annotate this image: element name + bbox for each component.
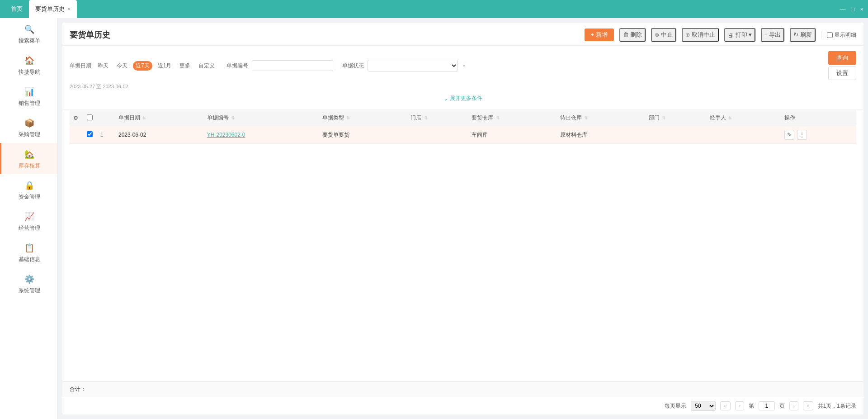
row-doc-no-link[interactable]: YH-20230602-0 (207, 132, 245, 138)
tab-requisition-history[interactable]: 要货单历史 × (29, 0, 77, 18)
row-num: 1 (100, 132, 104, 138)
req-warehouse-sort-icon[interactable]: ⇅ (496, 115, 500, 120)
refresh-button[interactable]: ↻ 刷新 (790, 28, 816, 42)
date-tabs: 昨天 今天 近7天 近1月 更多 自定义 (95, 61, 217, 71)
row-department-cell (645, 126, 706, 144)
row-store-cell (407, 126, 468, 144)
settings-icon[interactable]: ⚙ (73, 115, 78, 121)
sidebar-item-finance-mgmt[interactable]: 🔒 资金管理 (0, 174, 57, 205)
window-minimize-btn[interactable]: — (840, 6, 846, 13)
doc-no-sort-icon[interactable]: ⇅ (231, 115, 235, 120)
department-col-label: 部门 (649, 114, 660, 121)
row-checkbox[interactable] (87, 131, 93, 137)
sidebar-item-purchase-mgmt-label: 采购管理 (19, 131, 40, 138)
page-header: 要货单历史 + 新增 🗑 删除 ⊙ 中止 ⊙ 取消中止 🖨 🖨 打印 打印 ▾ … (62, 23, 863, 46)
date-tab-more[interactable]: 更多 (177, 61, 193, 71)
status-select[interactable] (368, 60, 458, 71)
sidebar-item-search-menu-label: 搜索菜单 (19, 37, 40, 45)
table-footer: 合计： (62, 381, 863, 397)
inventory-icon: 🏡 (24, 149, 34, 159)
department-sort-icon[interactable]: ⇅ (662, 115, 665, 120)
date-tab-today[interactable]: 今天 (114, 61, 130, 71)
purchase-mgmt-icon: 📦 (24, 118, 34, 128)
system-mgmt-icon: ⚙️ (24, 274, 34, 284)
display-detail-toggle[interactable]: 显示明细 (827, 31, 856, 39)
delete-button[interactable]: 🗑 删除 (619, 28, 646, 42)
col-department: 部门 ⇅ (645, 110, 706, 126)
doc-no-input[interactable] (252, 60, 333, 71)
col-num (97, 110, 115, 126)
window-close-btn[interactable]: × (860, 6, 863, 13)
sidebar-item-inventory[interactable]: 🏡 库存核算 (0, 143, 57, 174)
finance-mgmt-icon: 🔒 (24, 181, 34, 190)
col-action: 操作 (781, 110, 856, 126)
page-number-input[interactable] (759, 401, 775, 410)
next-page-button[interactable]: › (789, 401, 798, 410)
row-actions: ✎ ⋮ (784, 130, 853, 140)
display-detail-label: 显示明细 (835, 31, 856, 39)
date-tab-custom[interactable]: 自定义 (196, 61, 217, 71)
sidebar-item-basic-info[interactable]: 📋 基础信息 (0, 237, 57, 268)
last-page-button[interactable]: » (803, 401, 813, 410)
sidebar-item-operations-mgmt[interactable]: 📈 经营管理 (0, 205, 57, 237)
doc-date-col-label: 单据日期 (118, 114, 140, 121)
page-size-select[interactable]: 50 10 20 100 (691, 401, 716, 411)
main-layout: 🔍 搜索菜单 🏠 快捷导航 📊 销售管理 📦 采购管理 🏡 库存核算 🔒 资金管… (0, 18, 868, 419)
table-area: ⚙ 单据日期 ⇅ 单据编号 (62, 110, 863, 381)
sales-mgmt-icon: 📊 (24, 87, 34, 97)
tab-home[interactable]: 首页 (5, 0, 29, 18)
setting-button[interactable]: 设置 (828, 67, 856, 80)
prev-page-button[interactable]: ‹ (735, 401, 744, 410)
sidebar-item-search-menu[interactable]: 🔍 搜索菜单 (0, 18, 57, 49)
col-pending-warehouse: 待出仓库 ⇅ (557, 110, 645, 126)
col-store: 门店 ⇅ (407, 110, 468, 126)
expand-more-btn[interactable]: ⌄ 展开更多条件 (443, 93, 482, 104)
pending-warehouse-col-label: 待出仓库 (560, 114, 582, 121)
pending-warehouse-sort-icon[interactable]: ⇅ (584, 115, 588, 120)
sidebar-item-system-mgmt-label: 系统管理 (19, 287, 40, 295)
cancel-stop-button[interactable]: ⊙ 取消中止 (682, 28, 719, 42)
sidebar-item-sales-mgmt[interactable]: 📊 销售管理 (0, 81, 57, 112)
display-detail-checkbox[interactable] (827, 32, 833, 38)
stop-button[interactable]: ⊙ 中止 (651, 28, 676, 42)
doc-date-sort-icon[interactable]: ⇅ (142, 115, 146, 120)
query-button[interactable]: 查询 (828, 51, 856, 65)
page-title: 要货单历史 (70, 29, 581, 40)
date-tab-1month[interactable]: 近1月 (155, 61, 175, 71)
col-doc-type: 单据类型 ⇅ (319, 110, 407, 126)
row-edit-button[interactable]: ✎ (784, 130, 794, 140)
header-actions: + 新增 🗑 删除 ⊙ 中止 ⊙ 取消中止 🖨 🖨 打印 打印 ▾ ↑ 导出 ↻… (585, 28, 856, 42)
row-settings-cell (70, 126, 83, 144)
new-button[interactable]: + 新增 (585, 29, 614, 41)
date-tab-yesterday[interactable]: 昨天 (95, 61, 111, 71)
row-doc-date: 2023-06-02 (118, 132, 146, 138)
close-tab-icon[interactable]: × (67, 6, 71, 12)
export-button[interactable]: ↑ 导出 (761, 28, 784, 42)
row-doc-type: 要货单要货 (322, 132, 349, 138)
doc-date-label: 单据日期 (70, 62, 91, 70)
window-maximize-btn[interactable]: □ (851, 6, 855, 13)
query-buttons: 查询 设置 (828, 51, 856, 80)
filter-group-docno: 单据编号 (226, 60, 333, 71)
date-tab-7days[interactable]: 近7天 (133, 61, 152, 71)
filter-row-1: 单据日期 昨天 今天 近7天 近1月 更多 自定义 单据编号 (70, 51, 856, 80)
quick-nav-icon: 🏠 (24, 56, 34, 66)
sidebar-item-finance-mgmt-label: 资金管理 (19, 193, 40, 201)
sidebar-item-quick-nav[interactable]: 🏠 快捷导航 (0, 49, 57, 81)
sidebar-item-system-mgmt[interactable]: ⚙️ 系统管理 (0, 268, 57, 299)
select-all-checkbox[interactable] (87, 114, 93, 120)
table-row: 1 2023-06-02 YH-20230602-0 要货单要货 (70, 126, 856, 144)
handler-sort-icon[interactable]: ⇅ (728, 115, 732, 120)
print-button[interactable]: 🖨 🖨 打印 打印 ▾ (724, 28, 756, 42)
action-divider (821, 31, 821, 38)
row-doc-date-cell: 2023-06-02 (115, 126, 203, 144)
doc-no-col-label: 单据编号 (207, 114, 229, 121)
row-more-button[interactable]: ⋮ (797, 130, 807, 140)
top-bar-right: — □ × (840, 6, 863, 13)
sidebar-item-purchase-mgmt[interactable]: 📦 采购管理 (0, 112, 57, 143)
row-pending-warehouse-cell: 原材料仓库 (557, 126, 645, 144)
doc-type-sort-icon[interactable]: ⇅ (346, 115, 350, 120)
expand-btn-label: 展开更多条件 (450, 95, 482, 102)
store-sort-icon[interactable]: ⇅ (424, 115, 428, 120)
first-page-button[interactable]: « (720, 401, 731, 410)
